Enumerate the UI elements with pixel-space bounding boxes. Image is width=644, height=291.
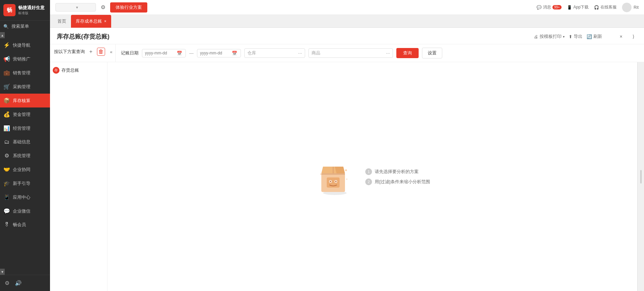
topbar-settings-btn[interactable]: ⚙ <box>98 2 108 13</box>
main-content: ✦ ✦ ✦ 1 请先选择要分析的方案 2 用[过滤]条件来缩 <box>107 62 637 291</box>
sidebar-item-enterprise[interactable]: 🤝 企业协同 <box>0 163 50 176</box>
scheme-item-inventory[interactable]: 存 存货总账 <box>50 65 107 76</box>
breadcrumb-text <box>58 4 75 10</box>
phone-icon: 📱 <box>567 5 572 10</box>
export-button[interactable]: ⬆ 导出 <box>569 33 583 40</box>
breadcrumb[interactable]: ▾ <box>55 3 96 11</box>
refresh-icon: 🔄 <box>587 34 592 39</box>
app-download-btn[interactable]: 📱 App下载 <box>567 4 589 10</box>
search-icon: 🔍 <box>3 24 9 29</box>
date-end-field[interactable]: 📅 <box>197 49 241 57</box>
sidebar-item-sales[interactable]: 💼 销售管理 <box>0 66 50 80</box>
panel-close-button[interactable]: × <box>617 32 625 41</box>
print-button[interactable]: 🖨 按模板打印 ▾ <box>534 33 565 40</box>
product-select[interactable]: 商品 ··· <box>308 48 393 58</box>
product-label: 商品 <box>312 50 320 56</box>
settings-button[interactable]: 设置 <box>422 48 442 58</box>
edition-label: 标准版 <box>18 11 45 15</box>
message-label: 消息 <box>543 4 551 10</box>
sidebar-nav: ⚡ 快捷导航 📢 营销推广 💼 销售管理 🛒 采购管理 📦 库存核算 💰 资金管… <box>0 38 50 269</box>
svg-text:✦: ✦ <box>320 173 322 176</box>
sidebar-item-app-center[interactable]: 📱 应用中心 <box>0 190 50 204</box>
sidebar: 畅 畅捷通好生意 标准版 🔍 搜索菜单 ▲ ⚡ 快捷导航 📢 营销推广 💼 销售… <box>0 0 50 291</box>
delete-filter-btn[interactable]: 🗑 <box>97 48 105 56</box>
sidebar-item-label: 快捷导航 <box>13 42 30 48</box>
sidebar-item-label: 营销推广 <box>13 56 30 62</box>
sidebar-item-label: 经营管理 <box>13 125 30 131</box>
svg-text:✦: ✦ <box>346 178 348 181</box>
tab-close-icon[interactable]: × <box>104 19 106 24</box>
collapse-filter-btn[interactable]: « <box>107 48 115 56</box>
scroll-up-arrow[interactable]: ▲ <box>0 32 5 38</box>
warehouse-select[interactable]: 仓库 ··· <box>244 48 305 58</box>
query-button[interactable]: 查询 <box>396 48 419 58</box>
sidebar-item-quick-nav[interactable]: ⚡ 快捷导航 <box>0 38 50 52</box>
sidebar-item-label: 畅会员 <box>13 222 26 228</box>
sound-footer-btn[interactable]: 🔊 <box>14 278 23 288</box>
sidebar-item-finance[interactable]: 💰 资金管理 <box>0 107 50 121</box>
tab-home[interactable]: 首页 <box>53 15 71 28</box>
date-start-field[interactable]: 📅 <box>142 49 186 57</box>
tab-inventory-ledger[interactable]: 库存成本总账 × <box>71 15 111 28</box>
filter-label-row: 按以下方案查询 + 🗑 « <box>54 48 115 57</box>
chevron-down-icon: ▾ <box>563 35 565 39</box>
sidebar-item-label: 企业协同 <box>13 167 30 173</box>
sidebar-item-wechat[interactable]: 💬 企业微信 <box>0 204 50 218</box>
industry-solution-button[interactable]: 体验行业方案 <box>110 2 147 13</box>
scroll-down-arrow[interactable]: ▼ <box>0 269 5 275</box>
user-menu[interactable]: Rit <box>622 3 639 12</box>
message-icon: 💬 <box>537 5 542 10</box>
sidebar-item-label: 应用中心 <box>13 194 30 200</box>
hint-num-1: 1 <box>365 168 372 175</box>
newbie-icon: 🎓 <box>3 180 10 187</box>
right-panel-handle[interactable] <box>637 62 644 291</box>
content-area: 库存总账(存货总账) 🖨 按模板打印 ▾ ⬆ 导出 🔄 刷新 × ⟩ <box>50 28 644 291</box>
sidebar-logo: 畅 畅捷通好生意 标准版 <box>0 0 50 21</box>
message-badge: 99+ <box>552 5 562 9</box>
refresh-button[interactable]: 🔄 刷新 <box>587 33 602 40</box>
hint-item-1: 1 请先选择要分析的方案 <box>365 168 430 175</box>
sidebar-item-label: 系统管理 <box>13 153 30 159</box>
svg-text:✦: ✦ <box>344 168 348 173</box>
topbar-left: ▾ ⚙ 体验行业方案 <box>55 2 534 13</box>
sidebar-item-newbie[interactable]: 🎓 新手引导 <box>0 176 50 190</box>
wechat-icon: 💬 <box>3 208 10 214</box>
brand-name: 畅捷通好生意 <box>18 5 45 11</box>
calendar-end-icon[interactable]: 📅 <box>232 51 237 56</box>
user-name: Rit <box>634 5 639 10</box>
sidebar-item-system[interactable]: ⚙ 系统管理 <box>0 149 50 163</box>
tab-home-label: 首页 <box>57 18 66 24</box>
settings-footer-btn[interactable]: ⚙ <box>3 278 11 288</box>
date-end-input[interactable] <box>200 51 230 55</box>
date-start-input[interactable] <box>145 51 175 55</box>
search-menu[interactable]: 🔍 搜索菜单 <box>0 21 50 32</box>
svg-point-8 <box>335 181 337 182</box>
search-menu-label: 搜索菜单 <box>11 23 29 29</box>
message-btn[interactable]: 💬 消息 99+ <box>537 4 562 10</box>
sidebar-footer: ⚙ 🔊 <box>0 275 50 291</box>
warehouse-label: 仓库 <box>247 50 256 56</box>
sidebar-item-operations[interactable]: 📊 经营管理 <box>0 121 50 135</box>
sidebar-item-label: 销售管理 <box>13 70 30 76</box>
sidebar-item-purchase[interactable]: 🛒 采购管理 <box>0 80 50 94</box>
panel-resize-handle <box>640 170 642 184</box>
scheme-panel: 存 存货总账 <box>50 62 107 291</box>
finance-icon: 💰 <box>3 111 10 118</box>
topbar: ▾ ⚙ 体验行业方案 💬 消息 99+ 📱 App下载 🎧 在线客服 Rit <box>50 0 644 15</box>
sidebar-item-marketing[interactable]: 📢 营销推广 <box>0 52 50 66</box>
logo-icon: 畅 <box>3 4 16 16</box>
scheme-item-label: 存货总账 <box>61 67 79 73</box>
basics-icon: 🗂 <box>3 139 10 145</box>
sidebar-item-inventory[interactable]: 📦 库存核算 <box>0 94 50 107</box>
hint-text-2: 用[过滤]条件来缩小分析范围 <box>375 179 430 185</box>
filter-container: 按以下方案查询 + 🗑 « 记账日期 📅 — 📅 <box>50 44 644 62</box>
panel-expand-button[interactable]: ⟩ <box>629 32 637 41</box>
svg-rect-3 <box>321 173 345 175</box>
add-filter-btn[interactable]: + <box>87 48 95 56</box>
sidebar-item-member[interactable]: 🎖 畅会员 <box>0 218 50 232</box>
sidebar-item-label: 企业微信 <box>13 208 30 214</box>
calendar-start-icon[interactable]: 📅 <box>177 51 182 56</box>
sidebar-item-basics[interactable]: 🗂 基础信息 <box>0 135 50 149</box>
online-service-btn[interactable]: 🎧 在线客服 <box>594 4 617 10</box>
middle-layout: 存 存货总账 <box>50 62 644 291</box>
